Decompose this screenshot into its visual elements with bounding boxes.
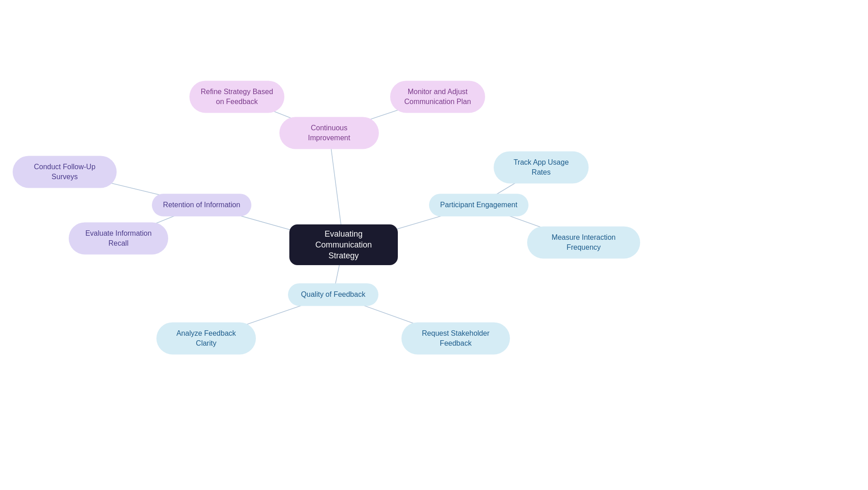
participant-engagement-node[interactable]: Participant Engagement	[429, 194, 528, 216]
continuous-improvement-node[interactable]: Continuous Improvement	[279, 117, 379, 149]
request-stakeholder-node[interactable]: Request Stakeholder Feedback	[401, 322, 510, 354]
measure-interaction-node[interactable]: Measure Interaction Frequency	[527, 226, 640, 258]
quality-feedback-node[interactable]: Quality of Feedback	[288, 283, 378, 306]
conduct-surveys-node[interactable]: Conduct Follow-Up Surveys	[13, 156, 117, 188]
track-app-usage-node[interactable]: Track App Usage Rates	[494, 151, 589, 183]
analyze-feedback-node[interactable]: Analyze Feedback Clarity	[156, 322, 256, 354]
center-node[interactable]: Evaluating Communication Strategy	[289, 224, 398, 265]
monitor-adjust-node[interactable]: Monitor and Adjust Communication Plan	[390, 81, 485, 113]
refine-strategy-node[interactable]: Refine Strategy Based on Feedback	[189, 81, 284, 113]
retention-info-node[interactable]: Retention of Information	[152, 194, 251, 216]
evaluate-recall-node[interactable]: Evaluate Information Recall	[69, 222, 168, 254]
